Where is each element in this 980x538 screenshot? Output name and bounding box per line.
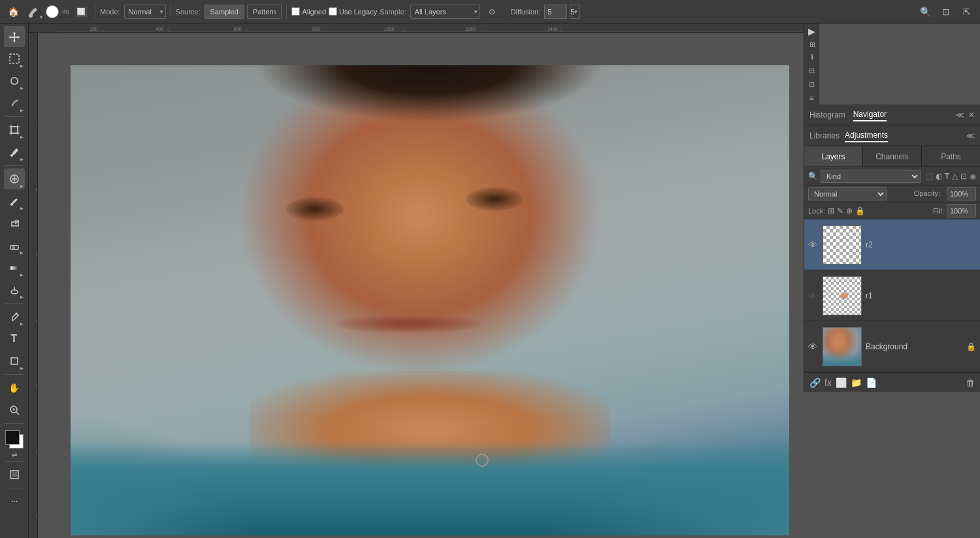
layer-item-r2[interactable]: 👁 r2 (804, 219, 980, 270)
fill-input[interactable] (947, 204, 976, 217)
heal-tool[interactable]: ▶ (4, 168, 25, 189)
use-legacy-checkbox-wrap[interactable]: Use Legacy (329, 7, 377, 16)
panel-arrow-icon[interactable]: ▶ (808, 26, 815, 37)
filter-pixel-icon[interactable]: ⬚ (926, 172, 933, 181)
move-tool[interactable] (4, 26, 25, 47)
canvas-image (71, 65, 789, 535)
quick-mask-tool[interactable] (4, 464, 25, 485)
brush-options-icon[interactable]: 🔲 (72, 3, 90, 21)
svg-text:800: 800 (312, 27, 320, 31)
color-swatches[interactable] (4, 429, 25, 450)
tab-histogram[interactable]: Histogram (809, 109, 845, 121)
lock-all-icon[interactable]: 🔒 (855, 206, 865, 215)
mode-dropdown[interactable]: Normal Multiply Screen (124, 5, 166, 19)
eraser-tool[interactable]: ▶ (4, 235, 25, 256)
crop-tool[interactable]: ▶ (4, 119, 25, 140)
shape-tool[interactable]: ▶ (4, 351, 25, 372)
tab-navigator[interactable]: Navigator (853, 108, 887, 121)
filter-toggle[interactable]: ◉ (970, 172, 976, 181)
brush-size-label: 40 (63, 8, 69, 15)
diffusion-dropdown-wrap[interactable]: 5 (570, 5, 580, 19)
svg-rect-1 (10, 54, 19, 63)
eyedropper-tool[interactable]: ▶ (4, 142, 25, 163)
tab-adjustments[interactable]: Adjustments (845, 129, 888, 142)
new-group-btn[interactable]: 📁 (851, 377, 862, 388)
top-toolbar: 🏠 ▾ 40 🔲 Mode: Normal Multiply Screen So… (0, 0, 980, 24)
brush-tool-icon[interactable]: ▾ (25, 3, 43, 21)
aligned-checkbox-wrap[interactable]: Aligned (291, 7, 326, 16)
home-icon[interactable]: 🏠 (4, 3, 22, 21)
layer-item-background[interactable]: 👁 Background 🔒 (804, 321, 980, 372)
frame-icon[interactable]: ⊡ (937, 3, 955, 21)
source-pattern-btn[interactable]: Pattern (247, 5, 282, 19)
filter-smart-icon[interactable]: ⊡ (960, 172, 967, 181)
mid-collapse-icon[interactable]: ≪ (966, 131, 975, 140)
brush-preview[interactable] (46, 5, 59, 18)
marquee-tool[interactable]: ▶ (4, 48, 25, 69)
text-tool[interactable]: T (4, 328, 25, 349)
aligned-checkbox[interactable] (291, 7, 300, 16)
brush-tool[interactable]: ▶ (4, 191, 25, 212)
sample-dropdown[interactable]: All Layers Current Layer Current & Below (410, 5, 480, 19)
add-mask-btn[interactable]: ⬜ (836, 377, 847, 388)
zoom-tool[interactable] (4, 400, 25, 420)
close-icon[interactable]: ✕ (968, 110, 975, 119)
collapse-icon[interactable]: ≪ (956, 110, 964, 119)
panel-icon-4[interactable]: ⊡ (809, 80, 815, 89)
clone-stamp-tool[interactable] (4, 213, 25, 234)
svg-text:500: 500 (36, 253, 37, 257)
lasso-tool[interactable]: ▶ (4, 71, 25, 91)
filter-icons: ⬚ ◐ T △ ⊡ (926, 172, 967, 181)
filter-kind-select[interactable]: Kind (821, 170, 921, 183)
diffusion-input[interactable] (544, 5, 567, 19)
lock-row: Lock: ⊞ ✎ ⊕ 🔒 Fill: (804, 202, 980, 219)
dodge-tool[interactable]: ▶ (4, 279, 25, 300)
foreground-color[interactable] (5, 430, 20, 445)
delete-layer-btn[interactable]: 🗑 (966, 377, 975, 388)
lock-pixels-icon[interactable]: ⊞ (828, 206, 834, 215)
layer-vis-r2[interactable]: 👁 (808, 240, 819, 250)
tab-layers[interactable]: Layers (804, 146, 863, 166)
canvas-area[interactable] (38, 33, 804, 538)
filter-type-icon[interactable]: T (945, 172, 949, 181)
blend-mode-select[interactable]: Normal Multiply Screen (808, 187, 887, 200)
filter-adjustment-icon[interactable]: ◐ (936, 172, 942, 181)
pen-tool[interactable]: ▶ (4, 306, 25, 327)
filter-search-icon: 🔍 (808, 172, 818, 181)
lock-icons: ⊞ ✎ ⊕ 🔒 (828, 206, 865, 215)
panel-icon-3[interactable]: ⊟ (809, 67, 815, 75)
tab-paths[interactable]: Paths (922, 146, 980, 166)
svg-text:400: 400 (155, 27, 163, 31)
search-icon[interactable]: 🔍 (916, 3, 934, 21)
svg-text:400: 400 (36, 318, 37, 323)
use-legacy-checkbox[interactable] (329, 7, 337, 16)
diffusion-dropdown[interactable]: 5 (570, 5, 580, 19)
tab-libraries[interactable]: Libraries (809, 130, 840, 142)
link-layers-btn[interactable]: 🔗 (809, 377, 821, 388)
arrange-icon[interactable]: ⇱ (958, 3, 976, 21)
layer-vis-bg[interactable]: 👁 (808, 341, 819, 352)
sample-icon[interactable]: ⊙ (483, 3, 501, 21)
lock-artboard-icon[interactable]: ⊕ (846, 206, 853, 215)
panel-icon-2[interactable]: ℹ (811, 53, 813, 61)
panel-icon-5[interactable]: ≡ (809, 94, 813, 102)
new-layer-btn[interactable]: 📄 (866, 377, 877, 388)
hand-tool[interactable]: ✋ (4, 377, 25, 398)
panel-icon-strip: ▶ ⊞ ℹ ⊟ ⊡ ≡ (804, 24, 819, 104)
layer-vis-r1[interactable]: 👁 (808, 291, 819, 301)
opacity-input[interactable] (947, 187, 976, 200)
filter-shape-icon[interactable]: △ (952, 172, 958, 181)
panel-icon-1[interactable]: ⊞ (808, 42, 816, 48)
dodge-arrow: ▶ (20, 294, 24, 299)
tab-channels[interactable]: Channels (863, 146, 922, 166)
sample-dropdown-wrap[interactable]: All Layers Current Layer Current & Below (410, 5, 480, 19)
more-tools[interactable]: ··· (4, 491, 25, 512)
layer-item-r1[interactable]: 👁 r1 (804, 270, 980, 321)
mode-dropdown-wrap[interactable]: Normal Multiply Screen (124, 5, 166, 19)
source-sampled-btn[interactable]: Sampled (204, 5, 244, 19)
gradient-tool[interactable]: ▶ (4, 257, 25, 278)
switch-colors-icon[interactable]: ⇄ (12, 451, 17, 458)
magic-wand-tool[interactable]: ▶ (4, 93, 25, 114)
lock-position-icon[interactable]: ✎ (837, 206, 843, 215)
add-style-btn[interactable]: fx (825, 377, 832, 388)
